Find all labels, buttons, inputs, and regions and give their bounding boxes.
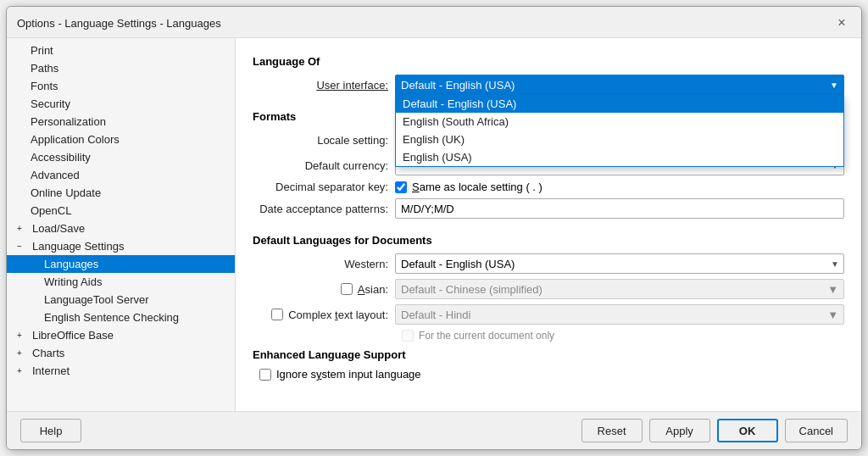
expand-icon: + [17,366,29,375]
sidebar-item-label: Languages [44,258,98,270]
asian-select-value: Default - Chinese (simplified) [401,283,542,296]
asian-arrow-icon: ▼ [827,283,838,296]
title-bar: Options - Language Settings - Languages … [7,7,861,38]
ignore-system-checkbox[interactable] [259,369,271,381]
sidebar-item-personalization[interactable]: Personalization [7,113,235,131]
expand-icon: + [17,331,29,340]
reset-button[interactable]: Reset [581,419,643,442]
date-acceptance-row: Date acceptance patterns: [253,198,844,219]
close-button[interactable]: × [832,14,851,32]
sidebar-item-languages[interactable]: Languages [7,255,235,273]
asian-row: Asian: Default - Chinese (simplified) ▼ [253,279,844,299]
for-current-doc-text: For the current document only [419,330,554,342]
sidebar-item-label: Application Colors [31,133,120,146]
help-button[interactable]: Help [20,419,81,442]
asian-select-disabled: Default - Chinese (simplified) ▼ [395,279,844,299]
decimal-separator-checkbox[interactable] [395,181,407,193]
user-interface-dropdown-list: Default - English (USA) English (South A… [395,95,844,167]
asian-checkbox[interactable] [341,283,353,295]
sidebar-item-languagetool-server[interactable]: LanguageTool Server [7,291,235,309]
western-row: Western: Default - English (USA) ▼ [253,253,844,274]
sidebar-item-label: Writing Aids [44,275,102,288]
dropdown-item-english-uk[interactable]: English (UK) [396,131,843,148]
footer-right-buttons: Reset Apply OK Cancel [581,419,848,442]
complex-text-label: Complex text layout: [288,309,388,321]
sidebar-item-label: OpenCL [31,204,71,217]
complex-text-select-disabled: Default - Hindi ▼ [395,304,844,325]
language-of-title: Language Of [253,55,844,68]
sidebar-item-label: Security [31,97,70,110]
sidebar-item-load-save[interactable]: + Load/Save [7,220,235,237]
sidebar-item-internet[interactable]: + Internet [7,362,235,380]
user-interface-dropdown-container: Default - English (USA) ▼ Default - Engl… [395,75,844,95]
sidebar: Print Paths Fonts Security Personalizati… [7,38,236,411]
user-interface-label: User interface: [253,79,388,92]
expand-icon: + [17,224,29,233]
dropdown-item-default-english[interactable]: Default - English (USA) [396,95,843,113]
ok-button[interactable]: OK [717,419,778,442]
sidebar-item-accessibility[interactable]: Accessibility [7,148,235,166]
sidebar-item-english-sentence-checking[interactable]: English Sentence Checking [7,309,235,326]
sidebar-item-application-colors[interactable]: Application Colors [7,131,235,148]
sidebar-item-security[interactable]: Security [7,95,235,113]
sidebar-item-opencl[interactable]: OpenCL [7,202,235,220]
for-current-doc-checkbox[interactable] [402,330,414,342]
complex-text-checkbox[interactable] [271,309,283,320]
sidebar-item-writing-aids[interactable]: Writing Aids [7,273,235,291]
user-interface-dropdown-trigger[interactable]: Default - English (USA) ▼ [395,75,844,95]
sidebar-item-label: Print [31,44,53,57]
date-acceptance-input[interactable] [395,198,844,219]
sidebar-item-language-settings[interactable]: − Language Settings [7,237,235,255]
western-select[interactable]: Default - English (USA) [395,253,844,274]
sidebar-item-print[interactable]: Print [7,42,235,59]
sidebar-item-libreoffice-base[interactable]: + LibreOffice Base [7,326,235,344]
dropdown-item-english-south-africa[interactable]: English (South Africa) [396,113,843,131]
dropdown-selected-value: Default - English (USA) [401,79,515,92]
complex-text-label-wrapper: Complex text layout: [253,309,388,321]
sidebar-item-label: LanguageTool Server [44,293,149,306]
asian-label: Asian: [358,283,388,296]
sidebar-item-paths[interactable]: Paths [7,59,235,77]
sidebar-item-label: English Sentence Checking [44,311,179,324]
user-interface-row: User interface: Default - English (USA) … [253,75,844,95]
complex-arrow-icon: ▼ [827,309,838,321]
main-content: Language Of User interface: Default - En… [236,38,861,411]
apply-button[interactable]: Apply [649,419,710,442]
dropdown-arrow-icon: ▼ [830,81,838,90]
decimal-separator-text: Same as locale setting ( . ) [412,181,542,193]
sidebar-item-label: Advanced [31,169,80,181]
for-current-doc-row: For the current document only [402,330,844,342]
sidebar-item-label: Accessibility [31,151,91,164]
decimal-separator-content: Same as locale setting ( . ) [395,181,844,193]
decimal-separator-row: Decimal separator key: Same as locale se… [253,181,844,193]
sidebar-item-label: Load/Save [32,222,85,235]
dialog-title: Options - Language Settings - Languages [17,17,221,30]
ignore-system-row: Ignore system input language [259,368,844,381]
sidebar-item-fonts[interactable]: Fonts [7,77,235,95]
sidebar-item-label: Paths [31,62,58,75]
locale-setting-label: Locale setting: [253,134,388,147]
complex-text-select-value: Default - Hindi [401,309,470,321]
dropdown-item-english-usa[interactable]: English (USA) [396,148,843,166]
sidebar-item-label: Fonts [31,80,58,92]
sidebar-item-label: Internet [32,364,70,377]
western-select-wrapper: Default - English (USA) ▼ [395,253,844,274]
sidebar-item-charts[interactable]: + Charts [7,344,235,362]
sidebar-item-advanced[interactable]: Advanced [7,166,235,184]
default-currency-label: Default currency: [253,159,388,172]
sidebar-item-label: Online Update [31,186,101,199]
sidebar-item-online-update[interactable]: Online Update [7,184,235,202]
sidebar-item-label: Charts [32,347,64,359]
decimal-separator-label: Decimal separator key: [253,181,388,193]
dialog-footer: Help Reset Apply OK Cancel [7,411,861,449]
collapse-icon: − [17,242,29,251]
sidebar-item-label: Language Settings [32,240,124,253]
sidebar-item-label: LibreOffice Base [32,329,114,342]
date-acceptance-label: Date acceptance patterns: [253,203,388,215]
sidebar-item-label: Personalization [31,115,106,128]
expand-icon: + [17,348,29,358]
ignore-system-label: Ignore system input language [276,368,421,381]
cancel-button[interactable]: Cancel [785,419,848,442]
enhanced-support-title: Enhanced Language Support [253,348,844,361]
dialog-body: Print Paths Fonts Security Personalizati… [7,38,861,411]
